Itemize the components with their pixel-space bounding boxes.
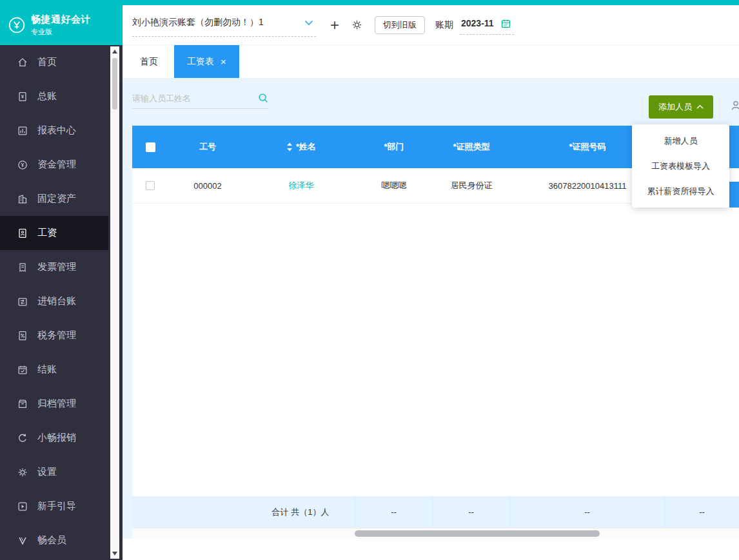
search-input[interactable] [132, 93, 253, 103]
sort-icon[interactable] [286, 142, 293, 151]
cell-id-type: 居民身份证 [433, 168, 510, 203]
sidebar-item-label: 结账 [37, 363, 57, 376]
switch-old-version-button[interactable]: 切到旧版 [375, 16, 425, 34]
cell-name: 徐泽华 [247, 168, 355, 203]
row-checkbox[interactable] [146, 181, 155, 190]
sidebar-item-invoice-management[interactable]: 发票管理 [0, 250, 108, 284]
calendar-icon[interactable] [500, 18, 511, 29]
main-area: 刘小艳演示账套（勿删勿动！）1 + 切到旧版 账期 2023-11 首页 工资表… [123, 5, 739, 560]
table-footer-row: 合计 共（1）人 -- -- -- -- [132, 496, 739, 528]
add-personnel-button[interactable]: 添加人员 [649, 95, 713, 119]
sidebar-item-fixed-assets[interactable]: 固定资产 [0, 182, 108, 216]
footer-total-cell: 合计 共（1）人 [132, 496, 355, 528]
column-header-employee-id[interactable]: 工号 [168, 126, 247, 168]
sidebar-item-label: 小畅报销 [37, 432, 76, 444]
chevron-down-icon[interactable] [304, 20, 313, 26]
account-selector[interactable]: 刘小艳演示账套（勿删勿动！）1 [132, 13, 316, 37]
sidebar-item-label: 设置 [37, 466, 57, 478]
account-name: 刘小艳演示账套（勿删勿动！）1 [132, 17, 264, 28]
brand-logo-icon [8, 16, 26, 34]
sidebar-item-report-center[interactable]: 报表中心 [0, 113, 108, 148]
sidebar-item-label: 税务管理 [37, 329, 76, 342]
sidebar-nav: 首页 总账 报表中心 资金管理 固定资产 工资 [0, 45, 108, 560]
invite-person-icon[interactable] [731, 99, 739, 112]
cell-employee-id: 000002 [168, 168, 247, 203]
horizontal-scrollbar[interactable] [132, 528, 739, 539]
sidebar-item-member[interactable]: 畅会员 [0, 523, 108, 557]
column-header-name[interactable]: *姓名 [247, 126, 355, 168]
sidebar-item-salary[interactable]: 工资 [0, 216, 108, 250]
sidebar-item-label: 工资 [37, 227, 57, 239]
closing-calendar-icon [17, 364, 28, 376]
search-box[interactable] [132, 92, 269, 109]
scroll-down-arrow-icon[interactable] [110, 550, 119, 557]
select-all-checkbox[interactable] [146, 142, 155, 152]
menu-item-add-person[interactable]: 新增人员 [632, 128, 729, 153]
topbar: 刘小艳演示账套（勿删勿动！）1 + 切到旧版 账期 2023-11 [123, 5, 739, 45]
tab-close-icon[interactable]: × [221, 57, 226, 66]
sidebar-item-label: 资金管理 [37, 159, 76, 171]
sidebar-item-settings[interactable]: 设置 [0, 455, 108, 489]
sidebar-item-label: 发票管理 [37, 261, 76, 273]
guide-play-icon [17, 501, 28, 512]
sidebar-scrollbar[interactable] [110, 46, 119, 559]
footer-total: 合计 共（1）人 [246, 507, 355, 518]
footer-id-type-cell: -- [433, 496, 510, 528]
sidebar-item-label: 报表中心 [37, 124, 76, 137]
tab-label: 工资表 [187, 56, 214, 68]
reimburse-loop-icon [17, 432, 28, 444]
sidebar-item-reimbursement[interactable]: 小畅报销 [0, 421, 108, 455]
cell-department: 嗯嗯嗯 [355, 168, 433, 203]
sidebar-item-newbie-guide[interactable]: 新手引导 [0, 489, 108, 523]
tab-home[interactable]: 首页 [129, 45, 169, 78]
purchase-sales-icon [17, 296, 28, 307]
menu-item-template-import[interactable]: 工资表模板导入 [632, 153, 729, 179]
sidebar-item-home[interactable]: 首页 [0, 45, 108, 79]
archive-box-icon [17, 398, 28, 410]
sidebar-scroll-thumb[interactable] [112, 58, 117, 110]
period-value: 2023-11 [461, 18, 494, 28]
brand-text: 畅捷通好会计 专业版 [31, 14, 91, 37]
tax-percent-icon [17, 330, 28, 342]
fund-coin-icon [17, 159, 28, 171]
brand-subtitle: 专业版 [31, 27, 91, 37]
sidebar-item-label: 首页 [37, 56, 57, 68]
menu-item-cumulative-salary-import[interactable]: 累计薪资所得导入 [632, 179, 729, 204]
horizontal-scroll-thumb[interactable] [355, 530, 600, 537]
column-header-id-type[interactable]: *证照类型 [433, 126, 510, 168]
footer-department-cell: -- [355, 496, 433, 528]
app-window: 畅捷通好会计 专业版 首页 总账 报表中心 资金管理 [0, 0, 739, 560]
brand-title: 畅捷通好会计 [31, 14, 91, 26]
sidebar-item-purchase-sales-ledger[interactable]: 进销台账 [0, 284, 108, 318]
add-personnel-label: 添加人员 [658, 101, 692, 113]
sidebar-item-label: 归档管理 [37, 398, 76, 410]
sidebar-item-label: 固定资产 [37, 193, 76, 205]
sidebar: 畅捷通好会计 专业版 首页 总账 报表中心 资金管理 [0, 5, 123, 560]
tab-label: 首页 [140, 56, 158, 68]
report-chart-icon [17, 125, 28, 137]
tab-salary-table[interactable]: 工资表 × [174, 45, 239, 78]
sidebar-item-tax-management[interactable]: 税务管理 [0, 318, 108, 352]
settings-gear-icon[interactable] [351, 19, 363, 31]
building-icon [17, 193, 28, 205]
sidebar-item-closing[interactable]: 结账 [0, 352, 108, 387]
sidebar-item-label: 新手引导 [37, 500, 76, 512]
salary-doc-icon [17, 227, 28, 239]
gear-icon [17, 467, 28, 478]
content-area: 添加人员 工号 *姓名 *部门 *证照类型 *证照号码 [123, 78, 739, 560]
add-account-set-icon[interactable]: + [330, 17, 339, 33]
scroll-up-arrow-icon[interactable] [110, 48, 119, 55]
search-icon[interactable] [257, 92, 269, 104]
employee-name-link[interactable]: 徐泽华 [289, 180, 314, 191]
period-selector[interactable]: 2023-11 [460, 15, 514, 35]
sidebar-item-general-ledger[interactable]: 总账 [0, 79, 108, 113]
footer-extra-cell: -- [665, 496, 739, 528]
row-checkbox-cell [132, 168, 168, 203]
sidebar-item-fund-management[interactable]: 资金管理 [0, 148, 108, 182]
person-add-icon [731, 99, 739, 112]
sidebar-item-label: 总账 [37, 90, 57, 102]
column-header-department[interactable]: *部门 [355, 126, 433, 168]
footer-id-number-cell: -- [510, 496, 665, 528]
header-checkbox-cell [132, 126, 168, 168]
sidebar-item-archive-management[interactable]: 归档管理 [0, 387, 108, 421]
